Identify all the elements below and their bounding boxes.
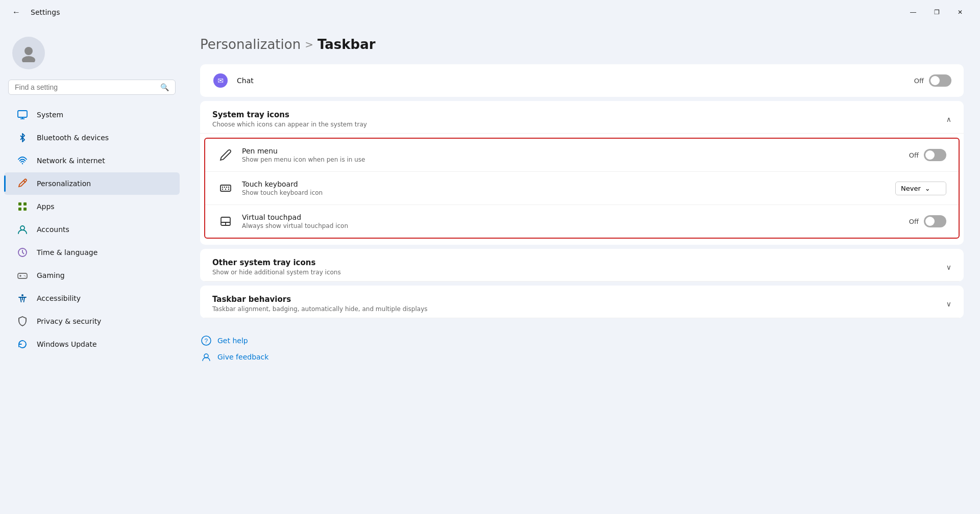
get-help-label: Get help bbox=[217, 337, 248, 345]
pen-menu-icon bbox=[217, 147, 234, 163]
touch-keyboard-control: Never ⌄ bbox=[895, 182, 946, 195]
svg-rect-7 bbox=[18, 202, 21, 205]
system-tray-subtitle: Choose which icons can appear in the sys… bbox=[212, 121, 946, 128]
sidebar-item-label-personalization: Personalization bbox=[37, 179, 91, 188]
sidebar-item-label-accounts: Accounts bbox=[37, 225, 69, 234]
sidebar-item-update[interactable]: Windows Update bbox=[4, 333, 180, 355]
breadcrumb-current: Taskbar bbox=[317, 37, 376, 52]
app-title: Settings bbox=[31, 8, 895, 16]
touch-keyboard-subtitle: Show touch keyboard icon bbox=[242, 189, 887, 196]
sidebar-item-network[interactable]: Network & internet bbox=[4, 149, 180, 172]
system-tray-chevron: ∧ bbox=[946, 115, 951, 123]
sidebar-item-label-privacy: Privacy & security bbox=[37, 317, 101, 325]
svg-point-1 bbox=[22, 56, 35, 62]
close-button[interactable]: ✕ bbox=[948, 4, 972, 20]
chat-row: ✉ Chat Off bbox=[200, 64, 964, 97]
network-nav-icon bbox=[16, 155, 29, 167]
pen-menu-toggle-label: Off bbox=[909, 151, 919, 159]
sidebar-item-bluetooth[interactable]: Bluetooth & devices bbox=[4, 126, 180, 149]
other-tray-subtitle: Show or hide additional system tray icon… bbox=[212, 269, 946, 276]
svg-rect-8 bbox=[23, 202, 27, 205]
touch-keyboard-dropdown-value: Never bbox=[901, 185, 921, 192]
gaming-nav-icon bbox=[16, 269, 29, 281]
pen-menu-row: Pen menu Show pen menu icon when pen is … bbox=[205, 139, 959, 172]
back-button[interactable]: ← bbox=[8, 4, 24, 20]
virtual-touchpad-title: Virtual touchpad bbox=[242, 213, 901, 221]
sidebar-item-accounts[interactable]: Accounts bbox=[4, 218, 180, 241]
breadcrumb-separator: > bbox=[305, 38, 313, 50]
virtual-touchpad-toggle-label: Off bbox=[909, 218, 919, 225]
maximize-button[interactable]: ❐ bbox=[925, 4, 948, 20]
sidebar-item-personalization[interactable]: Personalization bbox=[4, 172, 180, 195]
personalization-nav-icon bbox=[16, 177, 29, 190]
bluetooth-nav-icon bbox=[16, 132, 29, 144]
chat-control: Off bbox=[914, 74, 951, 87]
footer-links: ? Get help Give feedback bbox=[200, 322, 964, 363]
sidebar-item-privacy[interactable]: Privacy & security bbox=[4, 310, 180, 332]
privacy-nav-icon bbox=[16, 315, 29, 327]
sidebar-item-label-system: System bbox=[37, 111, 63, 119]
nav-list: System Bluetooth & devices Network & int… bbox=[0, 103, 184, 356]
virtual-touchpad-control: Off bbox=[909, 215, 946, 227]
svg-rect-13 bbox=[18, 273, 27, 278]
avatar bbox=[12, 37, 45, 69]
system-tray-title: System tray icons bbox=[212, 110, 946, 119]
sidebar-item-label-accessibility: Accessibility bbox=[37, 294, 81, 302]
other-tray-header[interactable]: Other system tray icons Show or hide add… bbox=[200, 249, 964, 281]
virtual-touchpad-subtitle: Always show virtual touchpad icon bbox=[242, 222, 901, 229]
touch-keyboard-title: Touch keyboard bbox=[242, 180, 887, 188]
breadcrumb-parent[interactable]: Personalization bbox=[200, 37, 301, 52]
taskbar-behaviors-chevron: ∨ bbox=[946, 300, 951, 308]
touch-keyboard-dropdown[interactable]: Never ⌄ bbox=[895, 182, 946, 195]
search-icon: 🔍 bbox=[160, 83, 169, 91]
update-nav-icon bbox=[16, 338, 29, 350]
svg-rect-2 bbox=[18, 111, 27, 117]
sidebar-item-accessibility[interactable]: Accessibility bbox=[4, 287, 180, 310]
svg-point-11 bbox=[20, 226, 24, 230]
taskbar-behaviors-header[interactable]: Taskbar behaviors Taskbar alignment, bad… bbox=[200, 286, 964, 318]
tray-items-highlighted: Pen menu Show pen menu icon when pen is … bbox=[204, 138, 960, 239]
svg-point-16 bbox=[24, 275, 25, 276]
sidebar-item-label-update: Windows Update bbox=[37, 340, 97, 348]
get-help-link[interactable]: ? Get help bbox=[200, 335, 964, 347]
sidebar-item-gaming[interactable]: Gaming bbox=[4, 264, 180, 287]
time-nav-icon bbox=[16, 246, 29, 259]
other-tray-chevron: ∨ bbox=[946, 263, 951, 271]
svg-point-0 bbox=[24, 47, 33, 55]
sidebar-item-label-bluetooth: Bluetooth & devices bbox=[37, 134, 109, 142]
give-feedback-icon bbox=[200, 351, 212, 363]
accounts-nav-icon bbox=[16, 223, 29, 236]
svg-rect-9 bbox=[18, 208, 21, 211]
minimize-button[interactable]: — bbox=[901, 4, 925, 20]
user-avatar-area bbox=[0, 33, 184, 80]
virtual-touchpad-toggle[interactable] bbox=[924, 215, 946, 227]
give-feedback-link[interactable]: Give feedback bbox=[200, 351, 964, 363]
app-container: 🔍 System Bluetooth & devices Network & i… bbox=[0, 24, 980, 514]
system-tray-card: System tray icons Choose which icons can… bbox=[200, 101, 964, 245]
svg-text:?: ? bbox=[205, 338, 208, 345]
search-input[interactable] bbox=[15, 83, 156, 91]
sidebar-item-apps[interactable]: Apps bbox=[4, 195, 180, 218]
main-content: Personalization > Taskbar ✉ Chat Off bbox=[184, 24, 980, 514]
touch-keyboard-icon bbox=[217, 180, 234, 196]
sidebar-item-label-network: Network & internet bbox=[37, 157, 105, 165]
chat-toggle[interactable] bbox=[929, 74, 951, 87]
search-box[interactable]: 🔍 bbox=[8, 80, 176, 95]
sidebar: 🔍 System Bluetooth & devices Network & i… bbox=[0, 24, 184, 514]
chat-card: ✉ Chat Off bbox=[200, 64, 964, 97]
sidebar-item-system[interactable]: System bbox=[4, 104, 180, 126]
window-controls: — ❐ ✕ bbox=[901, 4, 972, 20]
system-tray-header[interactable]: System tray icons Choose which icons can… bbox=[200, 101, 964, 134]
pen-menu-title: Pen menu bbox=[242, 147, 901, 155]
svg-point-5 bbox=[22, 163, 23, 164]
get-help-icon: ? bbox=[200, 335, 212, 347]
accessibility-nav-icon bbox=[16, 292, 29, 304]
sidebar-item-label-time: Time & language bbox=[37, 248, 97, 256]
apps-nav-icon bbox=[16, 200, 29, 213]
svg-point-17 bbox=[25, 276, 26, 277]
title-bar: ← Settings — ❐ ✕ bbox=[0, 0, 980, 24]
pen-menu-toggle[interactable] bbox=[924, 149, 946, 161]
sidebar-item-time[interactable]: Time & language bbox=[4, 241, 180, 264]
sidebar-item-label-gaming: Gaming bbox=[37, 271, 65, 279]
pen-menu-control: Off bbox=[909, 149, 946, 161]
